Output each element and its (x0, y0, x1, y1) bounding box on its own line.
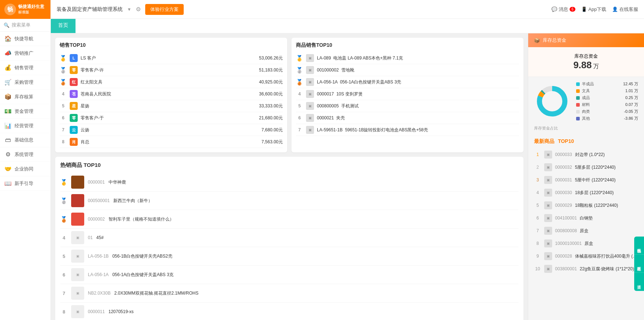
customer-badge: 云 (70, 126, 78, 134)
logo-icon: 畅 (4, 4, 16, 15)
np-img-placeholder: ▣ (544, 176, 552, 184)
hot-product-name: 056-1A白色按键开关盖ABS 3克 (112, 272, 174, 278)
sidebar-icon: 📣 (4, 50, 12, 57)
new-rank-num: 4 (534, 190, 541, 195)
np-img-placeholder: ▣ (544, 239, 552, 247)
inventory-total-unit: 万 (593, 63, 599, 69)
product-img-placeholder: ▣ (306, 114, 314, 122)
customer-badge: 苍 (70, 90, 78, 98)
rank-number: 5 (60, 103, 67, 108)
hot-product-item: 🥈 000500001 新西兰牛肉（新牛） (60, 192, 518, 210)
trial-button[interactable]: 体验行业方案 (145, 4, 184, 15)
legend-dot (576, 82, 580, 86)
hot-product-item: 🥉 0000002 智利车子里（规格不知道填什么） (60, 210, 518, 229)
np-name: 5厘多层 (1220*2440) (575, 164, 638, 171)
sidebar-icon: 🛒 (4, 79, 12, 86)
np-name: 原盒 (580, 228, 638, 234)
float-btn-客服热线[interactable]: 客服热线 (634, 237, 644, 255)
medal-bronze-icon: 🥉 (60, 79, 67, 86)
np-code: 10000100001 (555, 241, 582, 246)
new-rank-num: 9 (534, 254, 541, 259)
product-thumb-placeholder: ▣ (71, 250, 84, 263)
hot-product-code: 0000002 (88, 217, 105, 222)
legend-value: 12.45 万 (623, 81, 638, 87)
sidebar-item-label: 资金管理 (15, 108, 33, 115)
customer-rank-item: 5星 星扬 33,333.00元 (60, 100, 283, 112)
rank-number: 5 (296, 103, 303, 108)
product-thumb-placeholder: ▣ (71, 231, 84, 244)
customer-name: 零售客户-于 (81, 115, 256, 121)
new-product-item: 5 ▣ 0000029 18颗粒板 (1220*2440) (534, 199, 638, 212)
hot-product-name: 056-1B白色按键开关壳ABS2壳 (112, 253, 172, 259)
sidebar-icon: 📦 (4, 93, 12, 100)
gear-icon[interactable]: ⚙ (136, 6, 141, 13)
hot-product-name: 智利车子里（规格不知道填什么） (109, 216, 174, 222)
customer-rank-item: 4苍 苍南县人民医院 36,600.00元 (60, 88, 283, 100)
customer-top-list: 销售TOP10 🥇L LS 客户 53,006.26元🥈零 零售客户-许 51,… (55, 38, 287, 152)
inventory-icon: 📦 (534, 38, 540, 43)
notifications-badge: 6 (570, 7, 575, 12)
search-menu[interactable]: 🔍 搜索菜单 (0, 19, 50, 32)
sidebar-icon: ⚙ (4, 151, 12, 158)
rank-number: 8 (60, 309, 68, 315)
dropdown-arrow[interactable]: ▼ (127, 7, 131, 12)
sidebar-item-营销推广[interactable]: 📣 营销推广 (0, 46, 50, 61)
medal-gold-icon: 🥇 (296, 55, 303, 62)
np-code: 004100001 (555, 216, 577, 221)
donut-chart (534, 83, 570, 119)
sidebar-item-快捷导航[interactable]: 🏠 快捷导航 (0, 32, 50, 46)
np-code: 0000028 (555, 254, 572, 259)
notifications-label: 消息 (559, 6, 568, 13)
hot-product-code: 0000001 (88, 180, 105, 185)
sidebar-item-系统管理[interactable]: ⚙ 系统管理 (0, 147, 50, 162)
product-sales-name: 000800005 手机测试 (317, 103, 519, 109)
float-btn-服务社区[interactable]: 服务社区 (634, 255, 644, 273)
legend-item: 半成品 12.45 万 (576, 81, 638, 87)
sidebar-item-采购管理[interactable]: 🛒 采购管理 (0, 75, 50, 90)
customer-rank-item: 6零 零售客户-于 21,680.00元 (60, 112, 283, 124)
phone-icon: 📱 (581, 7, 587, 12)
sidebar-item-资金管理[interactable]: 💵 资金管理 (0, 104, 50, 119)
sidebar-item-基础信息[interactable]: 🗃 基础信息 (0, 133, 50, 147)
float-buttons: 客服热线服务社区直播 (634, 237, 644, 291)
tab-home[interactable]: 首页 (51, 19, 76, 33)
sidebar-item-企业协同[interactable]: 🤝 企业协同 (0, 162, 50, 176)
sidebar-item-库存核算[interactable]: 📦 库存核算 (0, 90, 50, 104)
new-product-item: 6 ▣ 004100001 白钢垫 (534, 212, 638, 225)
product-sales-rank-item: 4▣ 0000017 10S 变刹罗煲 (296, 88, 519, 100)
rank-number: 7 (60, 127, 67, 132)
legend-item: 成品 0.25 万 (576, 95, 638, 100)
sidebar-item-label: 销售管理 (15, 65, 33, 71)
legend-name: 成品 (582, 95, 623, 100)
legend-name: 肉类 (582, 109, 622, 114)
np-img-placeholder: ▣ (544, 151, 552, 159)
product-img-placeholder: ▣ (306, 126, 314, 134)
customer-value: 40,925.00元 (259, 79, 283, 85)
sidebar-item-新手引导[interactable]: 📖 新手引导 (0, 176, 50, 191)
hot-product-code: 01 (88, 235, 93, 240)
legend-dot (576, 96, 580, 100)
float-btn-直播[interactable]: 直播 (634, 273, 644, 291)
notifications-btn[interactable]: 💬 消息 6 (551, 6, 575, 13)
hot-product-name: 12070519-xs (109, 309, 134, 314)
sidebar-item-label: 基础信息 (15, 137, 33, 143)
rank-number: 7 (60, 291, 68, 296)
new-product-item: 1 ▣ 0000033 封边带 (1.0*22) (534, 148, 638, 161)
new-rank-num: 5 (534, 203, 541, 208)
sidebar-item-销售管理[interactable]: 💰 销售管理 (0, 61, 50, 75)
hot-product-item: 6▣ LA-056-1A 056-1A白色按键开关盖ABS 3克 (60, 266, 518, 284)
hot-product-name: 2.0X30MM双摇花轴.摇花直径2.1MM/ROHS (114, 290, 199, 296)
app-download-btn[interactable]: 📱 App下载 (581, 6, 606, 13)
hot-product-name: 45# (96, 235, 103, 240)
online-service-btn[interactable]: 👤 在线客服 (612, 6, 638, 13)
hot-products-card: 热销商品 TOP10 🥇 0000001 中华神鹿🥈 000500001 新西兰… (55, 157, 523, 320)
hot-product-code: NB2.0X30B (88, 291, 111, 296)
sidebar-item-经营管理[interactable]: 📊 经营管理 (0, 119, 50, 133)
top-lists-row: 销售TOP10 🥇L LS 客户 53,006.26元🥈零 零售客户-许 51,… (55, 38, 523, 152)
customer-name: 云扬 (81, 127, 258, 133)
product-sales-top-title: 商品销售TOP10 (296, 42, 519, 49)
customer-badge: 红 (70, 78, 78, 86)
np-code: 0000031 (555, 177, 572, 182)
customer-top-title: 销售TOP10 (60, 42, 283, 49)
legend-item: 肉类 -0.05 万 (576, 109, 638, 114)
